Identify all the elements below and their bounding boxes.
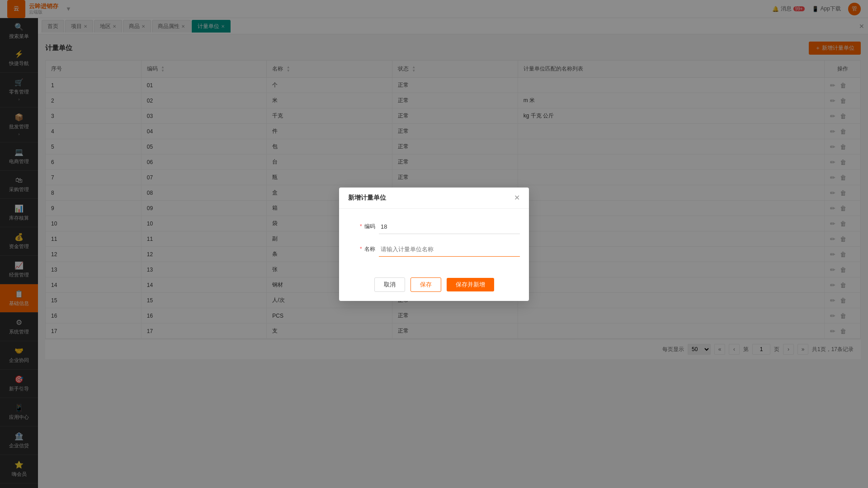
form-row-name: * 名称 bbox=[348, 242, 520, 257]
modal-close-btn[interactable]: ✕ bbox=[514, 194, 520, 202]
form-row-code: * 编码 bbox=[348, 220, 520, 234]
modal-footer: 取消 保存 保存并新增 bbox=[339, 272, 529, 301]
save-and-new-button[interactable]: 保存并新增 bbox=[447, 278, 494, 291]
save-button[interactable]: 保存 bbox=[410, 277, 441, 292]
name-required-mark: * bbox=[360, 246, 362, 252]
modal-body: * 编码 * 名称 bbox=[339, 209, 529, 272]
cancel-button[interactable]: 取消 bbox=[374, 277, 405, 292]
add-unit-modal: 新增计量单位 ✕ * 编码 * 名称 取消 保存 保存并新增 bbox=[339, 188, 529, 301]
code-input[interactable] bbox=[379, 220, 520, 234]
code-required-mark: * bbox=[360, 223, 362, 230]
modal-header: 新增计量单位 ✕ bbox=[339, 188, 529, 209]
name-label: * 名称 bbox=[348, 245, 375, 253]
code-label: * 编码 bbox=[348, 223, 375, 230]
modal-overlay[interactable]: 新增计量单位 ✕ * 编码 * 名称 取消 保存 保存并新增 bbox=[0, 0, 868, 488]
name-input[interactable] bbox=[379, 242, 520, 257]
modal-title: 新增计量单位 bbox=[348, 194, 386, 202]
